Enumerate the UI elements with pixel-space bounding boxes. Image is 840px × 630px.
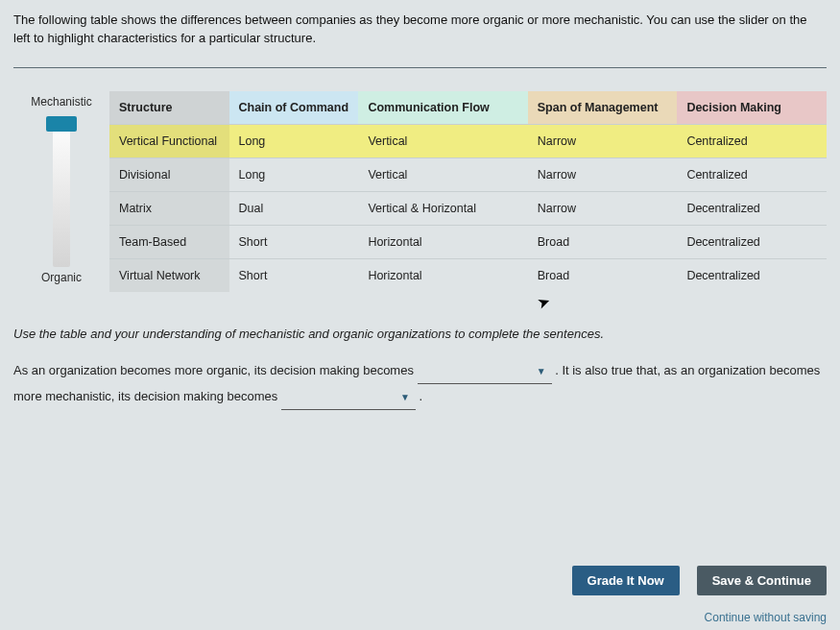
- question-block: Use the table and your understanding of …: [13, 327, 827, 410]
- cell-chain: Long: [229, 124, 359, 158]
- caret-down-icon: ▼: [400, 388, 410, 407]
- table-header-row: Structure Chain of Command Communication…: [109, 91, 827, 125]
- caret-down-icon: ▼: [537, 362, 546, 381]
- cell-span: Narrow: [528, 191, 678, 225]
- slider-thumb[interactable]: [46, 116, 77, 132]
- th-decision: Decision Making: [677, 91, 827, 125]
- divider: [13, 67, 827, 68]
- cell-chain: Short: [229, 258, 359, 292]
- cell-structure: Vertical Functional: [109, 124, 229, 158]
- slider-label-top: Mechanistic: [31, 95, 91, 109]
- th-structure: Structure: [109, 91, 229, 125]
- th-comm: Communication Flow: [358, 91, 527, 125]
- table-row: Team-BasedShortHorizontalBroadDecentrali…: [109, 225, 827, 258]
- cell-chain: Short: [229, 225, 359, 258]
- cell-decision: Centralized: [677, 158, 827, 191]
- table-row: Virtual NetworkShortHorizontalBroadDecen…: [109, 258, 827, 292]
- cell-comm: Horizontal: [358, 258, 527, 292]
- th-span: Span of Management: [528, 91, 678, 125]
- dropdown-1[interactable]: ▼: [418, 362, 552, 384]
- button-row: Grade It Now Save & Continue: [572, 566, 827, 595]
- cell-comm: Vertical: [358, 158, 527, 191]
- cell-decision: Decentralized: [677, 258, 827, 292]
- cell-decision: Decentralized: [677, 225, 827, 258]
- question-lead: Use the table and your understanding of …: [13, 327, 827, 341]
- question-sentence: As an organization becomes more organic,…: [13, 358, 827, 410]
- cell-comm: Vertical: [358, 124, 527, 158]
- continue-without-saving-link[interactable]: Continue without saving: [705, 611, 827, 624]
- cell-decision: Decentralized: [677, 191, 827, 225]
- cell-structure: Team-Based: [109, 225, 229, 258]
- dropdown-2[interactable]: ▼: [281, 388, 416, 410]
- cell-span: Narrow: [528, 158, 678, 191]
- cell-structure: Divisional: [109, 158, 229, 191]
- cell-structure: Matrix: [109, 191, 229, 225]
- cell-decision: Centralized: [677, 124, 827, 158]
- table-row: Vertical FunctionalLongVerticalNarrowCen…: [109, 124, 827, 158]
- table-area: Mechanistic Organic Structure Chain of C…: [13, 91, 827, 292]
- save-button[interactable]: Save & Continue: [697, 566, 827, 595]
- structure-table: Structure Chain of Command Communication…: [109, 91, 827, 292]
- cell-span: Narrow: [528, 124, 678, 158]
- slider-column: Mechanistic Organic: [13, 91, 109, 292]
- sentence-part-1: As an organization becomes more organic,…: [13, 363, 418, 377]
- table-row: MatrixDualVertical & HorizontalNarrowDec…: [109, 191, 827, 225]
- cell-span: Broad: [528, 258, 678, 292]
- cell-comm: Horizontal: [358, 225, 527, 258]
- cell-chain: Long: [229, 158, 359, 191]
- cursor-pointer-icon: ➤: [535, 291, 553, 312]
- th-chain: Chain of Command: [229, 91, 359, 125]
- cell-chain: Dual: [229, 191, 359, 225]
- cell-structure: Virtual Network: [109, 258, 229, 292]
- structure-slider[interactable]: [53, 116, 70, 267]
- slider-label-bottom: Organic: [41, 271, 82, 284]
- cell-span: Broad: [528, 225, 678, 258]
- cell-comm: Vertical & Horizontal: [358, 191, 527, 225]
- grade-button[interactable]: Grade It Now: [572, 566, 680, 595]
- intro-text: The following table shows the difference…: [13, 12, 827, 48]
- table-row: DivisionalLongVerticalNarrowCentralized: [109, 158, 827, 191]
- sentence-part-3: .: [420, 389, 423, 403]
